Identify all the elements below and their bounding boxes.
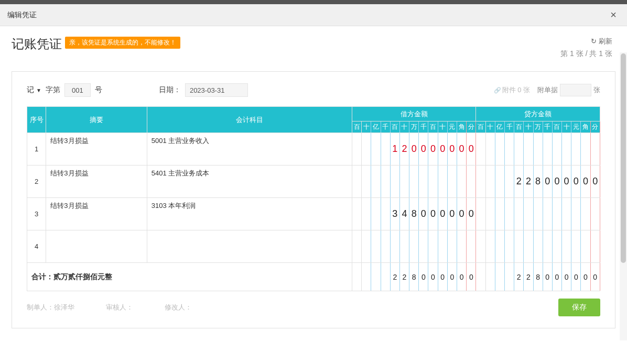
- digit-cell: [524, 198, 533, 230]
- digit-cell: 4: [399, 198, 409, 230]
- digit-cell: [590, 230, 600, 263]
- digit-cell: 0: [457, 133, 466, 166]
- th-digit: 亿: [371, 122, 381, 133]
- digit-cell: [562, 133, 571, 166]
- digit-cell: [362, 166, 371, 198]
- digit-cell: 0: [438, 263, 447, 291]
- row-summary[interactable]: 结转3月损益: [46, 198, 147, 230]
- digit-cell: [467, 166, 476, 198]
- row-account[interactable]: 5401 主营业务成本: [147, 166, 352, 198]
- digit-cell: [419, 166, 428, 198]
- attachment-link[interactable]: 附件 0 张: [494, 85, 530, 95]
- table-row[interactable]: 4: [27, 230, 600, 263]
- digit-cell: [543, 133, 552, 166]
- date-input[interactable]: 2023-03-31: [185, 83, 248, 97]
- row-summary[interactable]: 结转3月损益: [46, 166, 147, 198]
- th-digit: 角: [457, 122, 466, 133]
- row-summary[interactable]: 结转3月损益: [46, 133, 147, 166]
- th-index: 序号: [27, 107, 46, 133]
- digit-cell: 0: [467, 263, 476, 291]
- digit-cell: [371, 230, 381, 263]
- th-digit: 十: [562, 122, 571, 133]
- row-index: 1: [27, 133, 46, 166]
- row-summary[interactable]: [46, 230, 147, 263]
- digit-cell: [552, 133, 561, 166]
- scrollbar[interactable]: [620, 52, 627, 340]
- th-account: 会计科目: [147, 107, 352, 133]
- warning-tag: 亲，该凭证是系统生成的，不能修改！: [65, 37, 180, 49]
- total-row: 合计：贰万贰仟捌佰元整228000000228000000: [27, 263, 600, 291]
- modal-content: 记账凭证 亲，该凭证是系统生成的，不能修改！ 刷新 第 1 张 / 共 1 张 …: [0, 26, 627, 340]
- th-digit: 千: [504, 122, 514, 133]
- row-account[interactable]: 5001 主营业务收入: [147, 133, 352, 166]
- digit-cell: [485, 263, 495, 291]
- digit-cell: 0: [552, 166, 561, 198]
- digit-cell: [457, 166, 466, 198]
- digit-cell: [371, 166, 381, 198]
- fudan-input[interactable]: [560, 84, 591, 96]
- table-row[interactable]: 1结转3月损益5001 主营业务收入120000000: [27, 133, 600, 166]
- digit-cell: [371, 133, 381, 166]
- row-account[interactable]: [147, 230, 352, 263]
- voucher-edit-modal: 编辑凭证 × 记账凭证 亲，该凭证是系统生成的，不能修改！ 刷新 第 1 张 /…: [0, 0, 627, 364]
- digit-cell: [581, 230, 590, 263]
- digit-cell: [485, 198, 495, 230]
- digit-cell: 0: [543, 166, 552, 198]
- digit-cell: [399, 166, 409, 198]
- th-digit: 元: [571, 122, 581, 133]
- digit-cell: [514, 230, 524, 263]
- digit-cell: 2: [514, 166, 524, 198]
- th-credit: 贷方金额: [476, 107, 600, 122]
- digit-cell: [419, 230, 428, 263]
- th-digit: 万: [409, 122, 419, 133]
- sheet-footer: 制单人：徐泽华 审核人： 修改人： 保存: [27, 299, 600, 316]
- th-digit: 百: [552, 122, 561, 133]
- digit-cell: 0: [581, 263, 590, 291]
- voucher-number-input[interactable]: 001: [64, 83, 91, 97]
- digit-cell: [533, 133, 543, 166]
- digit-cell: 0: [419, 263, 428, 291]
- digit-cell: [352, 198, 362, 230]
- save-button[interactable]: 保存: [558, 299, 600, 316]
- digit-cell: [504, 230, 514, 263]
- digit-cell: 0: [590, 166, 600, 198]
- th-digit: 十: [399, 122, 409, 133]
- digit-cell: [504, 133, 514, 166]
- zidi-label: 字第: [46, 85, 60, 95]
- digit-cell: 0: [590, 263, 600, 291]
- digit-cell: 0: [428, 198, 438, 230]
- digit-cell: 0: [419, 198, 428, 230]
- digit-cell: [485, 133, 495, 166]
- digit-cell: 2: [524, 166, 533, 198]
- row-index: 4: [27, 230, 46, 263]
- digit-cell: 0: [467, 133, 476, 166]
- digit-cell: 0: [457, 263, 466, 291]
- digit-cell: [447, 230, 457, 263]
- digit-cell: 0: [409, 133, 419, 166]
- digit-cell: [590, 198, 600, 230]
- fudan-label: 附单据: [537, 85, 558, 95]
- digit-cell: [399, 230, 409, 263]
- close-icon[interactable]: ×: [607, 7, 620, 23]
- digit-cell: 0: [428, 133, 438, 166]
- voucher-type-select[interactable]: 记▼: [27, 85, 41, 95]
- table-row[interactable]: 3结转3月损益3103 本年利润348000000: [27, 198, 600, 230]
- digit-cell: 0: [581, 166, 590, 198]
- scrollbar-thumb[interactable]: [621, 53, 626, 263]
- refresh-button[interactable]: 刷新: [591, 37, 612, 46]
- digit-cell: 3: [390, 198, 399, 230]
- row-index: 2: [27, 166, 46, 198]
- th-digit: 十: [524, 122, 533, 133]
- digit-cell: [381, 263, 390, 291]
- digit-cell: 0: [552, 263, 561, 291]
- digit-cell: [390, 230, 399, 263]
- digit-cell: 0: [562, 263, 571, 291]
- digit-cell: 0: [543, 263, 552, 291]
- digit-cell: [428, 230, 438, 263]
- digit-cell: [409, 166, 419, 198]
- digit-cell: 2: [390, 263, 399, 291]
- total-label: 合计：贰万贰仟捌佰元整: [27, 263, 352, 291]
- table-row[interactable]: 2结转3月损益5401 主营业务成本228000000: [27, 166, 600, 198]
- digit-cell: 0: [467, 198, 476, 230]
- row-account[interactable]: 3103 本年利润: [147, 198, 352, 230]
